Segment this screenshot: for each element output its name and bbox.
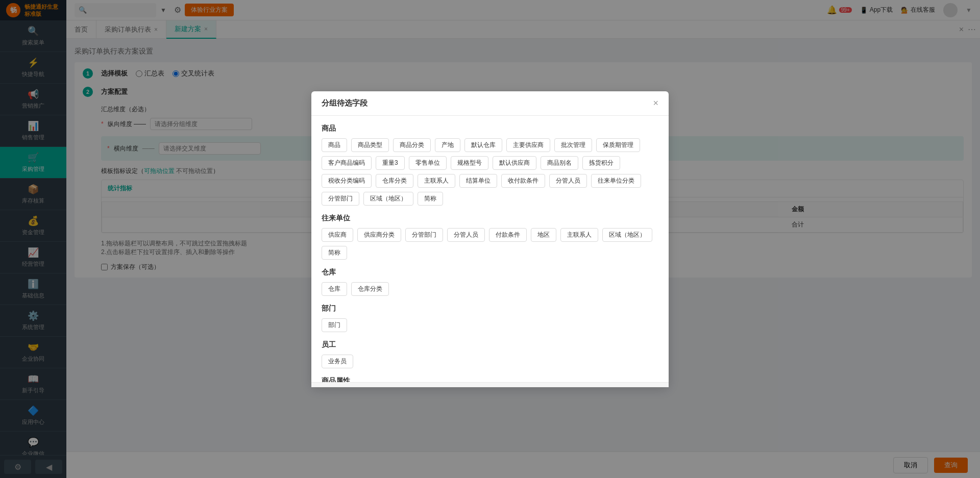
modal-close-button[interactable]: × [653, 98, 658, 108]
section-dept: 部门 部门 [322, 304, 658, 332]
section-product-tags: 商品 商品类型 商品分类 产地 默认仓库 主要供应商 批次管理 保质期管理 客户… [322, 138, 658, 206]
section-employee-title: 员工 [322, 340, 658, 349]
modal-body: 商品 商品 商品类型 商品分类 产地 默认仓库 主要供应商 批次管理 保质期管理… [311, 116, 669, 382]
field-tag[interactable]: 仓库 [322, 282, 347, 296]
section-warehouse-tags: 仓库 仓库分类 [322, 282, 658, 296]
section-counterparty: 往来单位 供应商 供应商分类 分管部门 分管人员 付款条件 地区 主联系人 区域… [322, 214, 658, 260]
modal-horizontal-scrollbar[interactable] [311, 382, 669, 387]
field-tag[interactable]: 简称 [418, 192, 443, 206]
field-tag[interactable]: 主联系人 [418, 174, 455, 188]
section-employee: 员工 业务员 [322, 340, 658, 368]
field-tag[interactable]: 结算单位 [459, 174, 497, 188]
section-warehouse-title: 仓库 [322, 268, 658, 277]
field-tag[interactable]: 业务员 [322, 355, 353, 368]
field-tag[interactable]: 产地 [435, 138, 460, 152]
section-dept-tags: 部门 [322, 318, 658, 332]
field-tag[interactable]: 分管部门 [322, 192, 359, 206]
section-counterparty-tags: 供应商 供应商分类 分管部门 分管人员 付款条件 地区 主联系人 区域（地区） … [322, 228, 658, 260]
section-product-title: 商品 [322, 124, 658, 133]
section-product-attr: 商品属性 属性 颜色 多规格 尺码 鞋码 1 [322, 376, 658, 382]
field-tag[interactable]: 主联系人 [560, 228, 598, 242]
field-tag[interactable]: 收付款条件 [501, 174, 545, 188]
field-tag[interactable]: 区域（地区） [602, 228, 652, 242]
modal-dialog: 分组待选字段 × 商品 商品 商品类型 商品分类 产地 默认仓库 主要供应商 批… [311, 91, 669, 387]
section-warehouse: 仓库 仓库 仓库分类 [322, 268, 658, 296]
field-tag[interactable]: 仓库分类 [376, 174, 413, 188]
field-tag[interactable]: 商品别名 [541, 156, 578, 170]
section-dept-title: 部门 [322, 304, 658, 313]
field-tag[interactable]: 分管人员 [549, 174, 587, 188]
field-tag[interactable]: 分管人员 [447, 228, 485, 242]
modal-title: 分组待选字段 [322, 98, 368, 108]
field-tag[interactable]: 地区 [531, 228, 556, 242]
field-tag[interactable]: 分管部门 [405, 228, 443, 242]
field-tag[interactable]: 部门 [322, 318, 347, 332]
field-tag[interactable]: 零售单位 [409, 156, 447, 170]
field-tag[interactable]: 规格型号 [451, 156, 488, 170]
field-tag[interactable]: 付款条件 [489, 228, 527, 242]
field-tag[interactable]: 保质期管理 [596, 138, 640, 152]
field-tag[interactable]: 商品分类 [393, 138, 431, 152]
field-tag[interactable]: 简称 [322, 246, 347, 260]
field-tag[interactable]: 仓库分类 [351, 282, 389, 296]
modal-header: 分组待选字段 × [311, 91, 669, 116]
field-tag[interactable]: 商品 [322, 138, 347, 152]
field-tag[interactable]: 税收分类编码 [322, 174, 372, 188]
field-tag[interactable]: 供应商分类 [357, 228, 401, 242]
field-tag[interactable]: 供应商 [322, 228, 353, 242]
section-product-attr-title: 商品属性 [322, 376, 658, 382]
field-tag[interactable]: 批次管理 [554, 138, 592, 152]
modal-overlay[interactable]: 分组待选字段 × 商品 商品 商品类型 商品分类 产地 默认仓库 主要供应商 批… [0, 0, 980, 478]
section-product: 商品 商品 商品类型 商品分类 产地 默认仓库 主要供应商 批次管理 保质期管理… [322, 124, 658, 206]
field-tag[interactable]: 主要供应商 [506, 138, 550, 152]
field-tag[interactable]: 默认仓库 [464, 138, 502, 152]
field-tag[interactable]: 客户商品编码 [322, 156, 372, 170]
field-tag[interactable]: 重量3 [376, 156, 405, 170]
field-tag[interactable]: 区域（地区） [363, 192, 413, 206]
field-tag[interactable]: 商品类型 [351, 138, 389, 152]
field-tag[interactable]: 拣货积分 [582, 156, 620, 170]
field-tag[interactable]: 往来单位分类 [591, 174, 641, 188]
section-counterparty-title: 往来单位 [322, 214, 658, 223]
field-tag[interactable]: 默认供应商 [493, 156, 536, 170]
section-employee-tags: 业务员 [322, 355, 658, 368]
